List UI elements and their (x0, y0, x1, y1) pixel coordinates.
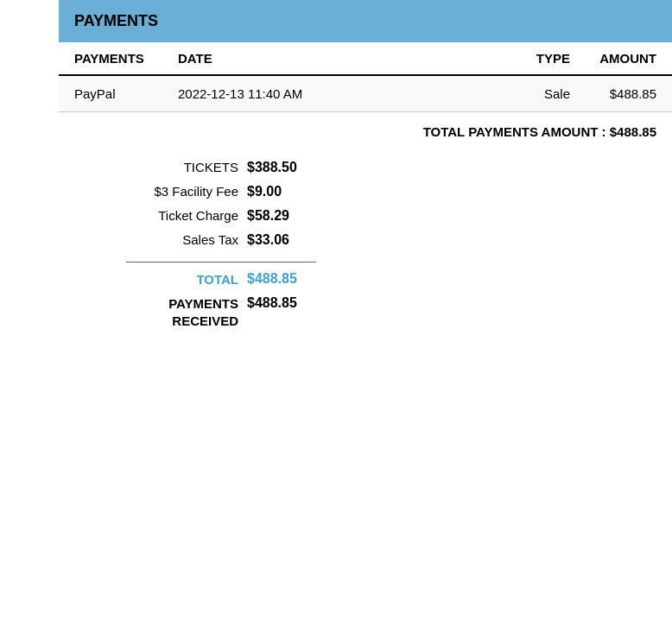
column-headers: PAYMENTS DATE TYPE AMOUNT (59, 42, 672, 76)
payments-received-label: PAYMENTS RECEIVED (126, 295, 247, 329)
facility-fee-value: $9.00 (247, 184, 316, 199)
tickets-value: $388.50 (247, 160, 316, 175)
payments-received-row: PAYMENTS RECEIVED $488.85 (126, 295, 368, 329)
col-header-date: DATE (178, 51, 501, 66)
payments-received-value: $488.85 (247, 295, 297, 311)
page-wrapper: PAYMENTS PAYMENTS DATE TYPE AMOUNT PayPa… (0, 0, 672, 620)
total-row: TOTAL $488.85 (126, 271, 368, 287)
total-label: TOTAL (126, 272, 247, 287)
tickets-label: TICKETS (126, 160, 247, 174)
main-content: PAYMENTS PAYMENTS DATE TYPE AMOUNT PayPa… (59, 0, 672, 620)
col-header-type: TYPE (501, 51, 570, 66)
ticket-charge-row: Ticket Charge $58.29 (126, 208, 368, 224)
total-value: $488.85 (247, 271, 297, 287)
facility-fee-label: $3 Facility Fee (126, 184, 247, 199)
sales-tax-row: Sales Tax $33.06 (126, 232, 368, 248)
total-payments-label: TOTAL PAYMENTS AMOUNT : (423, 124, 606, 139)
breakdown-section: TICKETS $388.50 $3 Facility Fee $9.00 Ti… (111, 151, 672, 346)
row-type: Sale (501, 86, 570, 101)
sales-tax-value: $33.06 (247, 232, 316, 248)
ticket-charge-value: $58.29 (247, 208, 316, 224)
col-header-amount: AMOUNT (570, 51, 656, 66)
row-payments: PayPal (74, 86, 178, 101)
payments-title: PAYMENTS (74, 12, 158, 29)
total-payments-value: $488.85 (610, 124, 656, 139)
breakdown-divider (126, 262, 316, 263)
row-date: 2022-12-13 11:40 AM (178, 86, 501, 101)
left-bar (0, 0, 59, 620)
col-header-payments: PAYMENTS (74, 51, 178, 66)
sales-tax-label: Sales Tax (126, 232, 247, 247)
total-payments-row: TOTAL PAYMENTS AMOUNT : $488.85 (59, 112, 672, 151)
tickets-row: TICKETS $388.50 (126, 160, 368, 175)
table-row: PayPal 2022-12-13 11:40 AM Sale $488.85 (59, 76, 672, 112)
payments-header: PAYMENTS (59, 0, 672, 42)
ticket-charge-label: Ticket Charge (126, 208, 247, 223)
facility-fee-row: $3 Facility Fee $9.00 (126, 184, 368, 199)
row-amount: $488.85 (570, 86, 656, 101)
